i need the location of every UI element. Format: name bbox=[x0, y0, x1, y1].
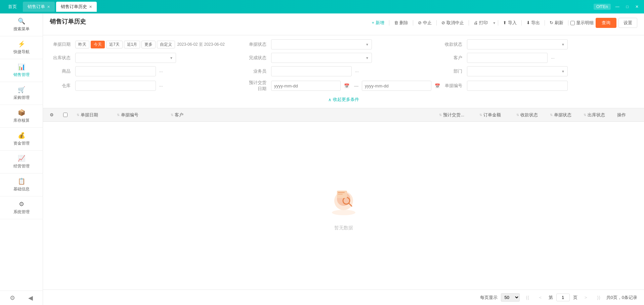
th-amount-label: 订单金额 bbox=[483, 112, 501, 118]
last-page-btn[interactable]: ⟩⟩ bbox=[594, 294, 603, 301]
divider-3 bbox=[436, 20, 437, 26]
date-7days-btn[interactable]: 近7天 bbox=[106, 41, 123, 48]
column-settings-icon[interactable]: ⚙ bbox=[50, 112, 54, 117]
th-date[interactable]: ⇅ 单据日期 bbox=[73, 109, 114, 121]
filter-dept-field: 部门 ▼ bbox=[441, 66, 637, 76]
search-menu-icon: 🔍 bbox=[18, 17, 25, 25]
divider-8 bbox=[568, 20, 568, 26]
sidebar-item-search-menu[interactable]: 🔍 搜索菜单 bbox=[0, 13, 43, 36]
pay-status-select[interactable]: ▼ bbox=[467, 39, 568, 49]
salesperson-dots[interactable]: ··· bbox=[354, 69, 360, 74]
filter-row-1: 单据日期 昨天 今天 近7天 近1月 更多 自定义 2023-06-02 至 2… bbox=[50, 39, 637, 49]
next-page-btn[interactable]: ＞ bbox=[581, 294, 591, 302]
sales-mgmt-icon: 📊 bbox=[18, 63, 25, 71]
filter-customer-field: 客户 ··· bbox=[441, 53, 637, 63]
tab-sales-order-history-label: 销售订单历史 bbox=[61, 4, 87, 10]
date-more-btn[interactable]: 更多 bbox=[141, 41, 156, 48]
amount-sort-icon: ⇅ bbox=[479, 113, 482, 117]
sidebar-item-operations[interactable]: 📈 经营管理 bbox=[0, 151, 43, 174]
th-out-status[interactable]: ⇅ 出库状态 bbox=[580, 109, 614, 121]
customer-input[interactable] bbox=[467, 53, 548, 63]
print-button[interactable]: 🖨 打印 bbox=[471, 18, 491, 27]
dept-arrow: ▼ bbox=[561, 70, 565, 73]
salesperson-input[interactable] bbox=[271, 66, 352, 76]
th-amount[interactable]: ⇅ 订单金额 bbox=[476, 109, 513, 121]
filter-area: 单据日期 昨天 今天 近7天 近1月 更多 自定义 2023-06-02 至 2… bbox=[43, 35, 644, 108]
collapse-button[interactable]: ∧ 收起更多条件 bbox=[327, 95, 360, 104]
complete-status-select[interactable]: ▼ bbox=[271, 53, 372, 63]
display-detail-input[interactable] bbox=[570, 21, 575, 25]
refresh-button[interactable]: ↻ 刷新 bbox=[547, 18, 566, 27]
tab-sales-order-history[interactable]: 销售订单历史 ✕ bbox=[56, 2, 97, 12]
th-order-no[interactable]: ⇅ 单据编号 bbox=[114, 109, 167, 121]
customer-label: 客户 bbox=[441, 55, 465, 61]
goods-input[interactable] bbox=[75, 66, 156, 76]
filter-warehouse-field: 仓库 ··· bbox=[50, 81, 246, 91]
dept-label: 部门 bbox=[441, 68, 465, 74]
complete-status-arrow: ▼ bbox=[366, 56, 369, 60]
tab-sales-order[interactable]: 销售订单 ✕ bbox=[23, 2, 55, 12]
first-page-btn[interactable]: ⟨⟨ bbox=[523, 294, 532, 301]
import-button[interactable]: ⬆ 导入 bbox=[500, 18, 519, 27]
sidebar-item-purchase-mgmt[interactable]: 🛒 采购管理 bbox=[0, 82, 43, 105]
tab-history-close[interactable]: ✕ bbox=[89, 5, 92, 9]
minimize-btn[interactable]: — bbox=[613, 4, 621, 10]
sidebar-item-quick-nav[interactable]: ⚡ 快捷导航 bbox=[0, 36, 43, 59]
filter-row-3: 商品 ··· 业务员 ··· 部门 ▼ bbox=[50, 66, 637, 76]
delivery-end-input[interactable] bbox=[362, 81, 431, 91]
date-quick-buttons: 昨天 今天 近7天 近1月 更多 自定义 bbox=[75, 41, 175, 48]
export-button[interactable]: ⬇ 导出 bbox=[524, 18, 543, 27]
tab-home[interactable]: 首页 bbox=[3, 2, 22, 12]
customer-dots[interactable]: ··· bbox=[550, 55, 556, 61]
date-today-btn[interactable]: 今天 bbox=[91, 41, 105, 48]
select-all-checkbox[interactable] bbox=[63, 113, 68, 117]
goods-dots[interactable]: ··· bbox=[158, 69, 164, 74]
sidebar-item-finance[interactable]: 💰 资金管理 bbox=[0, 128, 43, 151]
date-custom-btn[interactable]: 自定义 bbox=[157, 41, 175, 48]
order-no-input[interactable] bbox=[467, 81, 568, 91]
operations-icon: 📈 bbox=[18, 155, 25, 162]
page-size-select[interactable]: 50 10 20 100 bbox=[501, 293, 520, 302]
filter-order-status-field: 单据状态 ▼ bbox=[246, 39, 441, 49]
search-button[interactable]: 查询 bbox=[596, 18, 616, 28]
calendar-end-icon[interactable]: 📅 bbox=[433, 83, 441, 88]
sidebar-item-system-mgmt[interactable]: ⚙ 系统管理 bbox=[0, 196, 43, 219]
th-customer[interactable]: ⇅ 客户 bbox=[167, 109, 436, 121]
th-checkbox[interactable] bbox=[60, 110, 73, 120]
th-pay-status[interactable]: ⇅ 收款状态 bbox=[513, 109, 547, 121]
print-arrow[interactable]: ▼ bbox=[492, 21, 496, 25]
warehouse-input[interactable] bbox=[75, 81, 156, 91]
th-delivery[interactable]: ⇅ 预计交货... bbox=[436, 109, 476, 121]
display-detail-checkbox[interactable]: 显示明细 bbox=[570, 20, 594, 26]
new-button[interactable]: + 新增 bbox=[369, 18, 387, 27]
warehouse-dots[interactable]: ··· bbox=[158, 83, 164, 88]
sidebar-item-sales-mgmt[interactable]: 📊 销售管理 bbox=[0, 59, 43, 82]
svg-point-0 bbox=[332, 210, 355, 215]
cancel-stop-button[interactable]: ⊘ 取消中止 bbox=[439, 18, 467, 27]
date-yesterday-btn[interactable]: 昨天 bbox=[75, 41, 89, 48]
order-status-select[interactable]: ▼ bbox=[271, 39, 372, 49]
sidebar-settings-icon[interactable]: ⚙ bbox=[10, 294, 15, 302]
sidebar-collapse-icon[interactable]: ◀ bbox=[28, 294, 33, 302]
calendar-start-icon[interactable]: 📅 bbox=[343, 83, 351, 88]
th-order-status[interactable]: ⇅ 单据状态 bbox=[547, 109, 580, 121]
tab-sales-order-close[interactable]: ✕ bbox=[47, 5, 50, 9]
collapse-area: ∧ 收起更多条件 bbox=[50, 95, 637, 104]
delivery-start-input[interactable] bbox=[271, 81, 341, 91]
out-status-select[interactable]: ▼ bbox=[75, 53, 176, 63]
sidebar-item-quick-nav-label: 快捷导航 bbox=[13, 49, 30, 55]
sidebar-item-inventory[interactable]: 📦 库存核算 bbox=[0, 105, 43, 128]
stop-button[interactable]: ⊘ 中止 bbox=[415, 18, 434, 27]
restore-btn[interactable]: □ bbox=[624, 4, 631, 10]
th-settings[interactable]: ⚙ bbox=[46, 110, 60, 120]
total-text: 共0页，0条记录 bbox=[606, 295, 637, 301]
close-btn[interactable]: ✕ bbox=[633, 4, 641, 10]
dept-select[interactable]: ▼ bbox=[467, 66, 568, 76]
prev-page-btn[interactable]: ＜ bbox=[535, 294, 545, 302]
date-1month-btn[interactable]: 近1月 bbox=[124, 41, 140, 48]
delete-button[interactable]: 🗑 删除 bbox=[391, 18, 411, 27]
sidebar-item-basic-info[interactable]: 📋 基础信息 bbox=[0, 174, 43, 196]
page-input[interactable] bbox=[556, 294, 570, 301]
th-actions-label: 操作 bbox=[617, 112, 626, 118]
setting-button[interactable]: 设置 bbox=[618, 18, 637, 28]
